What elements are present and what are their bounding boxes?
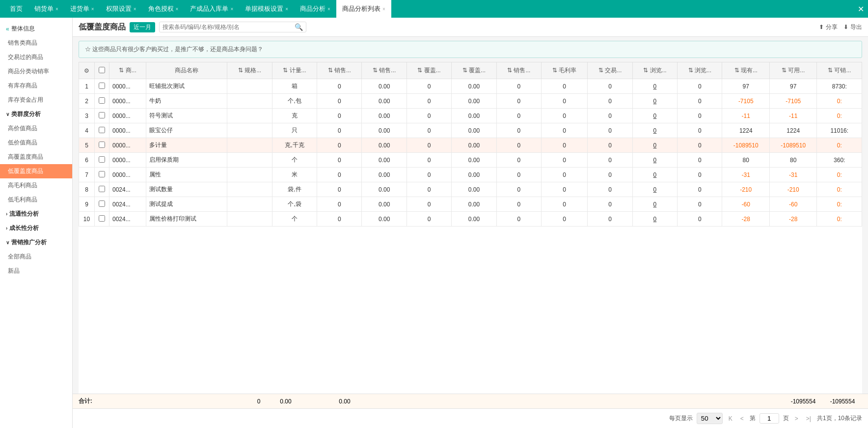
sidebar-section-marketing[interactable]: ∨ 营销推广分析 [0,235,72,250]
close-icon[interactable]: × [91,6,94,12]
nav-sales-order[interactable]: 销货单 × [28,0,64,18]
share-button[interactable]: ⬆ 分享 [819,23,838,31]
row-checkbox[interactable] [95,197,109,212]
row-select-checkbox[interactable] [99,171,105,177]
close-icon[interactable]: × [55,6,58,12]
nav-template[interactable]: 单据模板设置 × [239,0,294,18]
sidebar-item-new-products[interactable]: 新品 [0,264,72,278]
browse1-column-header[interactable]: ⇅ 浏览... [632,62,677,79]
next-page-button[interactable]: > [793,415,800,422]
stock2-column-header[interactable]: ⇅ 可用... [769,62,816,79]
row-browse1[interactable]: 0 [632,138,677,153]
browse2-column-header[interactable]: ⇅ 浏览... [678,62,722,79]
row-browse1[interactable]: 0 [632,168,677,182]
cover2-column-header[interactable]: ⇅ 覆盖... [452,62,496,79]
nav-purchase-order[interactable]: 进货单 × [64,0,100,18]
nav-home[interactable]: 首页 [4,0,28,18]
code-column-header[interactable]: ⇅ 商... [109,62,146,79]
prev-page-button[interactable]: < [738,415,746,422]
sidebar-section-growth[interactable]: › 成长性分析 [0,221,72,235]
row-select-checkbox[interactable] [99,97,105,104]
sidebar-item-high-coverage[interactable]: 高覆盖度商品 [0,150,72,164]
row-browse1[interactable]: 0 [632,109,677,123]
row-browse1[interactable]: 0 [632,123,677,138]
row-checkbox[interactable] [95,94,109,109]
row-browse1[interactable]: 0 [632,94,677,109]
sales3-column-header[interactable]: ⇅ 销售... [496,62,541,79]
unit-column-header[interactable]: ⇅ 计量... [272,62,317,79]
row-select-checkbox[interactable] [99,142,105,148]
close-icon[interactable]: × [285,6,288,12]
row-checkbox[interactable] [95,123,109,138]
sidebar-item-category-rate[interactable]: 商品分类动销率 [0,64,72,79]
sidebar-item-high-margin[interactable]: 高毛利商品 [0,178,72,193]
sidebar-item-low-coverage[interactable]: 低覆盖度商品 [0,164,72,178]
row-select-checkbox[interactable] [99,127,105,133]
sidebar-item-stock-capital[interactable]: 库存资金占用 [0,93,72,107]
sort-icon: ⇅ [373,67,378,74]
row-checkbox[interactable] [95,212,109,227]
row-checkbox[interactable] [95,138,109,153]
row-select-checkbox[interactable] [99,200,105,207]
sidebar-overall-info[interactable]: « 整体信息 [0,22,72,36]
row-browse1[interactable]: 0 [632,212,677,227]
nav-role-auth[interactable]: 角色授权 × [142,0,185,18]
trans-column-header[interactable]: ⇅ 交易... [588,62,632,79]
stock1-column-header[interactable]: ⇅ 现有... [722,62,769,79]
stock3-column-header[interactable]: ⇅ 可销... [817,62,862,79]
row-checkbox[interactable] [95,182,109,197]
sidebar-item-sales-products[interactable]: 销售类商品 [0,36,72,50]
close-icon[interactable]: × [382,6,385,12]
row-checkbox[interactable] [95,153,109,168]
close-icon[interactable]: × [327,6,330,12]
cover1-column-header[interactable]: ⇅ 覆盖... [407,62,451,79]
sidebar-item-low-margin[interactable]: 低毛利商品 [0,193,72,207]
page-input[interactable] [760,413,779,424]
row-browse1[interactable]: 0 [632,182,677,197]
nav-permission[interactable]: 权限设置 × [100,0,142,18]
sidebar-item-all-products[interactable]: 全部商品 [0,250,72,264]
spec-column-header[interactable]: ⇅ 规格... [227,62,272,79]
row-select-checkbox[interactable] [99,156,105,163]
row-checkbox[interactable] [95,168,109,182]
row-spec [227,168,272,182]
row-checkbox[interactable] [95,109,109,123]
sidebar-item-low-value[interactable]: 低价值商品 [0,136,72,150]
sales1-column-header[interactable]: ⇅ 销售... [317,62,362,79]
row-browse1[interactable]: 0 [632,153,677,168]
row-select-checkbox[interactable] [99,112,105,118]
row-select-checkbox[interactable] [99,186,105,192]
sidebar-item-traded-products[interactable]: 交易过的商品 [0,50,72,64]
name-column-header[interactable]: 商品名称 [146,62,227,79]
row-checkbox[interactable] [95,79,109,94]
sidebar-item-stock-products[interactable]: 有库存商品 [0,79,72,93]
nav-warehouse[interactable]: 产成品入库单 × [184,0,239,18]
nav-product-analysis[interactable]: 商品分析 × [294,0,336,18]
period-button[interactable]: 近一月 [130,22,155,32]
gross-column-header[interactable]: ⇅ 毛利率 [541,62,587,79]
row-select-checkbox[interactable] [99,215,105,222]
row-browse1[interactable]: 0 [632,197,677,212]
sales2-column-header[interactable]: ⇅ 销售... [362,62,407,79]
sidebar-section-group-analysis[interactable]: ∨ 类群度分析 [0,107,72,121]
search-input[interactable] [163,24,295,30]
close-icon[interactable]: × [230,6,233,12]
sidebar-item-high-value[interactable]: 高价值商品 [0,121,72,136]
row-sales1: 0 [317,138,362,153]
close-icon[interactable]: × [176,6,179,12]
settings-column-header[interactable]: ⚙ [79,62,95,79]
row-browse1[interactable]: 0 [632,79,677,94]
first-page-button[interactable]: K [727,415,734,422]
search-icon[interactable]: 🔍 [295,23,303,31]
nav-product-analysis-list[interactable]: 商品分析列表 × [336,0,391,18]
window-close-button[interactable]: ✕ [858,4,864,14]
collapse-icon[interactable]: « [6,26,9,32]
data-table-container[interactable]: ⚙ ⇅ 商... 商品名称 ⇅ 规格... ⇅ 计量... ⇅ 销售... ⇅ … [79,62,862,394]
row-select-checkbox[interactable] [99,83,105,89]
per-page-select[interactable]: 50 100 200 [697,413,723,424]
sidebar-section-liquidity[interactable]: › 流通性分析 [0,207,72,221]
close-icon[interactable]: × [134,6,136,12]
export-button[interactable]: ⬇ 导出 [843,23,862,31]
last-page-button[interactable]: >| [804,415,813,422]
select-all-checkbox[interactable] [99,67,105,73]
